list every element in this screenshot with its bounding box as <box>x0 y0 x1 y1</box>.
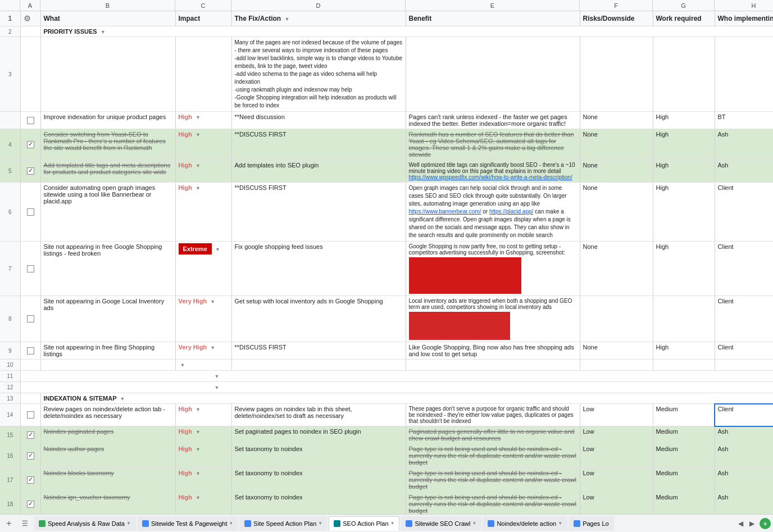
cell-a5[interactable] <box>20 160 40 183</box>
cell-g6[interactable]: High <box>653 183 715 242</box>
cell-d15[interactable]: Set paginated pages to noindex in SEO pl… <box>231 426 406 444</box>
cell-h9[interactable]: Client <box>715 342 773 360</box>
cell-e9[interactable]: Like Google Shopping, Bing now also has … <box>406 342 580 360</box>
cell-e14[interactable]: These pages don't serve a purpose for or… <box>406 404 580 426</box>
cell-d4[interactable]: **DISCUSS FIRST <box>231 129 406 160</box>
tab-dropdown-seo-plan[interactable]: ▼ <box>390 521 395 526</box>
tab-site-speed-action[interactable]: Site Speed Action Plan ▼ <box>239 516 328 531</box>
checkbox-17[interactable] <box>27 476 34 484</box>
cell-f14[interactable]: Low <box>580 404 653 426</box>
cell-e5[interactable]: Well optimized title tags can significan… <box>406 160 580 183</box>
cell-c6[interactable]: High ▼ <box>175 183 231 242</box>
tab-pages-lo[interactable]: Pages Lo <box>569 516 613 531</box>
checkbox-7[interactable] <box>27 265 34 272</box>
cell-a17[interactable] <box>20 468 40 492</box>
cell-h3b[interactable]: BT <box>715 112 773 129</box>
tab-nav-left[interactable]: ◀ <box>735 518 746 529</box>
cell-d3[interactable]: Many of the pages are not indexed becaus… <box>231 37 406 112</box>
checkbox-6[interactable] <box>27 208 34 216</box>
cell-g3b[interactable]: High <box>653 112 715 129</box>
cell-e15[interactable]: Paginated pages generally offer little t… <box>406 426 580 444</box>
priority-dropdown[interactable]: ▼ <box>101 29 106 35</box>
cell-d17[interactable]: Set taxonomy to noindex <box>231 468 406 492</box>
cell-b3b[interactable]: Improve indexation for unique product pa… <box>40 112 175 129</box>
cell-c1[interactable]: Impact <box>175 11 231 26</box>
cell-e7[interactable]: Google Shopping is now partly free, no c… <box>406 242 580 296</box>
cell-g15[interactable]: Medium <box>653 426 715 444</box>
cell-f17[interactable]: Low <box>580 468 653 492</box>
cell-b1[interactable]: What <box>40 11 175 26</box>
cell-b4[interactable]: Consider switching from Yoast-SEO to Ran… <box>40 129 175 160</box>
checkbox-9[interactable] <box>27 347 34 354</box>
cell-a3b[interactable] <box>20 112 40 129</box>
cell-c16[interactable]: High ▼ <box>175 444 231 468</box>
cell-d5[interactable]: Add templates into SEO plugin <box>231 160 406 183</box>
cell-f3b[interactable]: None <box>580 112 653 129</box>
tab-sitewide-test[interactable]: Sitewide Test & Pageweight ▼ <box>137 516 238 531</box>
cell-a6[interactable] <box>20 183 40 242</box>
cell-e16[interactable]: Page type is not being used and should b… <box>406 444 580 468</box>
cell-a18[interactable] <box>20 492 40 515</box>
table-wrap[interactable]: 1 ⚙ What Impact The Fix/Action ▼ Benefit… <box>0 11 773 514</box>
impact-dropdown-3[interactable]: ▼ <box>195 115 201 120</box>
cell-b7[interactable]: Site not appearing in free Google Shoppi… <box>40 242 175 296</box>
cell-h14[interactable]: Client <box>715 404 773 426</box>
cell-g14[interactable]: Medium <box>653 404 715 426</box>
cell-d16[interactable]: Set taxonomy to noindex <box>231 444 406 468</box>
cell-b5[interactable]: Add templated title tags and meta descri… <box>40 160 175 183</box>
cell-e6[interactable]: Open graph images can help social click … <box>406 183 580 242</box>
checkbox-5[interactable] <box>27 167 34 175</box>
cell-d18[interactable]: Set taxonomy to noindex <box>231 492 406 515</box>
cell-g17[interactable]: Medium <box>653 468 715 492</box>
cell-h18[interactable]: Ash <box>715 492 773 515</box>
cell-a8[interactable] <box>20 296 40 342</box>
cell-d9[interactable]: **DISCUSS FIRST <box>231 342 406 360</box>
cell-f16[interactable]: Low <box>580 444 653 468</box>
cell-f18[interactable]: Low <box>580 492 653 515</box>
cell-b14[interactable]: Review pages on noindex/delete action ta… <box>40 404 175 426</box>
cell-h6[interactable]: Client <box>715 183 773 242</box>
cell-f4[interactable]: None <box>580 129 653 160</box>
impact-dropdown-14[interactable]: ▼ <box>195 407 201 412</box>
tab-nav-right[interactable]: ▶ <box>746 518 757 529</box>
cell-h1[interactable]: Who implementing <box>715 11 773 26</box>
checkbox-8[interactable] <box>27 315 34 322</box>
tab-dropdown-speed-analysis[interactable]: ▼ <box>126 521 131 526</box>
cell-c15[interactable]: High ▼ <box>175 426 231 444</box>
bannerbear-link[interactable]: https://www.bannerbear.com/ <box>409 208 481 215</box>
col-header-g[interactable]: G <box>653 0 715 11</box>
tab-noindex[interactable]: Noindex/delete action ▼ <box>483 516 567 531</box>
checkbox-16[interactable] <box>27 452 34 460</box>
impact-dropdown-5[interactable]: ▼ <box>195 163 201 169</box>
cell-h15[interactable]: Ash <box>715 426 773 444</box>
cell-f6[interactable]: None <box>580 183 653 242</box>
cell-d3b[interactable]: **Need discussion <box>231 112 406 129</box>
cell-h4[interactable]: Ash <box>715 129 773 160</box>
impact-dropdown-7[interactable]: ▼ <box>215 247 220 252</box>
col-header-e[interactable]: E <box>406 0 580 11</box>
indexation-dropdown[interactable]: ▼ <box>120 396 125 402</box>
cell-h8[interactable]: Client <box>715 296 773 342</box>
sheet-list-button[interactable]: ☰ <box>18 517 31 530</box>
cell-c17[interactable]: High ▼ <box>175 468 231 492</box>
cell-a4[interactable] <box>20 129 40 160</box>
impact-dropdown-8[interactable]: ▼ <box>210 299 215 304</box>
cell-c8[interactable]: Very High ▼ <box>175 296 231 342</box>
cell-c4[interactable]: High ▼ <box>175 129 231 160</box>
tab-seo-action-plan[interactable]: SEO Action Plan ▼ <box>329 516 399 531</box>
col-header-f[interactable]: F <box>580 0 653 11</box>
cell-d7[interactable]: Fix google shopping feed issues <box>231 242 406 296</box>
cell-a14[interactable] <box>20 404 40 426</box>
tab-dropdown-noindex[interactable]: ▼ <box>558 521 562 526</box>
cell-g9[interactable]: High <box>653 342 715 360</box>
col-header-h[interactable]: H <box>715 0 773 11</box>
tab-speed-analysis[interactable]: Speed Analysis & Raw Data ▼ <box>34 516 136 531</box>
impact-dropdown-9[interactable]: ▼ <box>210 345 215 351</box>
cell-d1[interactable]: The Fix/Action ▼ <box>231 11 406 26</box>
cell-h17[interactable]: Ash <box>715 468 773 492</box>
cell-f5[interactable]: None <box>580 160 653 183</box>
cell-g7[interactable]: High <box>653 242 715 296</box>
cell-b16[interactable]: Noindex author pages <box>40 444 175 468</box>
cell-b15[interactable]: Noindex paginated pages <box>40 426 175 444</box>
cell-e8[interactable]: Local inventory ads are triggered when b… <box>406 296 580 342</box>
